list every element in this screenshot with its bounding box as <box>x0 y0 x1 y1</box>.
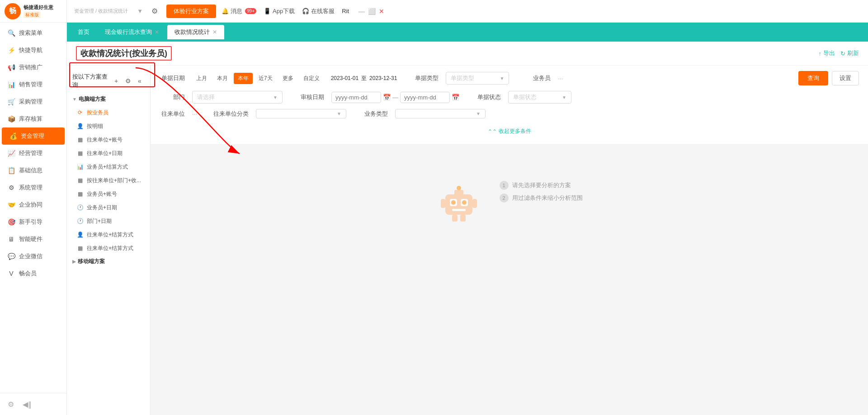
tree-item-staff-account[interactable]: ▦ 业务员+账号 <box>67 187 150 201</box>
topbar-gear-button[interactable]: ⚙ <box>148 5 161 18</box>
calendar-icon-from[interactable]: 📅 <box>383 94 391 101</box>
review-date-from[interactable] <box>331 92 381 103</box>
staff-scheme-icon: ⟳ <box>76 108 84 117</box>
export-button[interactable]: ↑ 导出 <box>819 49 835 57</box>
tree-item-partner-dept[interactable]: ▦ 按往来单位+部门+收... <box>67 174 150 187</box>
tab-home-label: 首页 <box>78 28 90 36</box>
sidebar-item-finance[interactable]: 💰 资金管理 <box>2 127 65 145</box>
svg-rect-0 <box>445 194 472 215</box>
sidebar-item-search[interactable]: 🔍 搜索菜单 <box>0 24 66 42</box>
main-content: 资金管理 / 收款情况统计 ▼ ⚙ 体验行业方案 🔔 消息 99+ 📱 App下… <box>67 0 868 415</box>
sidebar-item-cooperation[interactable]: 🤝 企业协同 <box>0 196 66 213</box>
date-tab-custom[interactable]: 自定义 <box>299 73 324 84</box>
calendar-icon-to[interactable]: 📅 <box>452 94 459 101</box>
sidebar-item-sales[interactable]: 📊 销售管理 <box>0 76 66 93</box>
notifications-button[interactable]: 🔔 消息 99+ <box>222 7 256 15</box>
panel-add-button[interactable]: + <box>111 76 121 86</box>
tab-collection-close[interactable]: ✕ <box>212 29 217 35</box>
tree-item-staff-date[interactable]: 🕐 业务员+日期 <box>67 201 150 214</box>
dept-date-icon: 🕐 <box>76 217 84 225</box>
sidebar-item-system[interactable]: ⚙ 系统管理 <box>0 179 66 196</box>
tree-item-staff-settlement-label: 业务员+结算方式 <box>87 163 128 171</box>
user-name[interactable]: Rit <box>342 8 349 14</box>
tree-item-dept-date[interactable]: 🕐 部门+日期 <box>67 214 150 228</box>
sidebar-item-vip[interactable]: V 畅会员 <box>0 265 66 282</box>
sidebar-item-operations[interactable]: 📈 经营管理 <box>0 145 66 162</box>
section-mobile-label: 移动端方案 <box>78 258 105 265</box>
tree-item-partner-date[interactable]: ▦ 往来单位+日期 <box>67 146 150 160</box>
sidebar-item-basicinfo[interactable]: 📋 基础信息 <box>0 162 66 179</box>
doc-type-value: 单据类型 <box>451 74 474 82</box>
filter-settings-button[interactable]: 设置 <box>832 71 859 85</box>
sidebar-item-wechat-label: 企业微信 <box>19 252 42 260</box>
breadcrumb-dropdown-icon[interactable]: ▼ <box>137 8 143 14</box>
sidebar-item-system-label: 系统管理 <box>19 184 42 192</box>
sidebar-item-marketing[interactable]: 📢 营销推广 <box>0 59 66 76</box>
bell-icon: 🔔 <box>222 8 229 14</box>
tree-item-partner-account[interactable]: ▦ 往来单位+账号 <box>67 133 150 146</box>
sidebar-item-wechat[interactable]: 💬 企业微信 <box>0 248 66 265</box>
doc-type-select[interactable]: 单据类型 ▼ <box>446 72 509 85</box>
staff-account-icon: ▦ <box>76 190 84 198</box>
tree-section-mobile[interactable]: ▶ 移动端方案 <box>67 255 150 268</box>
query-button[interactable]: 查询 <box>798 71 828 85</box>
sidebar-item-guide-label: 新手引导 <box>19 218 42 226</box>
panel-collapse-button[interactable]: « <box>135 76 145 86</box>
date-tab-last-month[interactable]: 上月 <box>192 73 211 84</box>
filter-row-1: 单据日期 上月 本月 本年 近7天 更多 自定义 2023-01-01 至 20… <box>160 71 859 85</box>
online-service-button[interactable]: 🎧 在线客服 <box>302 7 335 15</box>
sidebar-item-guide[interactable]: 🎯 新手引导 <box>0 213 66 231</box>
window-close-button[interactable]: ✕ <box>378 8 385 15</box>
tree-item-staff-settlement[interactable]: 📊 业务员+结算方式 <box>67 160 150 174</box>
trial-button[interactable]: 体验行业方案 <box>166 5 216 18</box>
review-date-label: 审核日期 <box>299 93 324 101</box>
sidebar-item-purchase[interactable]: 🛒 采购管理 <box>0 93 66 110</box>
date-tab-this-month[interactable]: 本月 <box>213 73 232 84</box>
svg-point-11 <box>457 186 461 190</box>
date-tab-last7[interactable]: 近7天 <box>255 73 277 84</box>
sidebar-collapse-button[interactable]: ◀‖ <box>21 398 33 410</box>
sidebar-bottom: ⚙ ◀‖ <box>0 393 66 415</box>
partner-more-button[interactable]: ··· <box>192 110 197 117</box>
operations-icon: 📈 <box>7 149 15 157</box>
collapse-bar[interactable]: ⌃⌃ 收起更多条件 <box>160 124 859 139</box>
right-panel: 单据日期 上月 本月 本年 近7天 更多 自定义 2023-01-01 至 20… <box>151 66 868 415</box>
date-tab-more[interactable]: 更多 <box>278 73 297 84</box>
panel-settings-button[interactable]: ⚙ <box>123 76 133 86</box>
empty-illustration <box>436 181 481 226</box>
marketing-icon: 📢 <box>7 63 15 71</box>
tree-item-partner-settlement1[interactable]: 👤 往来单位+结算方式 <box>67 228 150 241</box>
tree-item-partner-settlement2[interactable]: ▦ 往来单位+结算方式 <box>67 241 150 255</box>
refresh-button[interactable]: ↻ 刷新 <box>840 49 859 57</box>
staff-label: 业务员 <box>525 74 551 82</box>
business-type-select[interactable]: ▼ <box>395 109 486 118</box>
tree-section-desktop[interactable]: ▼ 电脑端方案 <box>67 93 150 106</box>
sidebar-item-quicknav[interactable]: ⚡ 快捷导航 <box>0 42 66 59</box>
tree-item-by-detail-label: 按明细 <box>87 123 103 130</box>
tab-home[interactable]: 首页 <box>71 25 97 39</box>
app-icon: 📱 <box>264 8 271 14</box>
window-minimize-button[interactable]: — <box>358 8 365 15</box>
refresh-icon: ↻ <box>840 50 845 57</box>
sidebar-item-hardware[interactable]: 🖥 智能硬件 <box>0 231 66 248</box>
dept-select[interactable]: 请选择 ▼ <box>192 91 283 104</box>
doc-status-select[interactable]: 单据状态 ▼ <box>508 91 571 104</box>
staff-more-button[interactable]: ··· <box>558 75 563 82</box>
tab-bank-close[interactable]: ✕ <box>155 29 159 35</box>
tab-bank[interactable]: 现金银行流水查询 ✕ <box>98 25 166 39</box>
partner-category-select[interactable]: ▼ <box>256 109 346 118</box>
tree-item-by-staff[interactable]: ⟳ 按业务员 <box>67 106 150 119</box>
sidebar-item-inventory[interactable]: 📦 库存核算 <box>0 110 66 127</box>
app-download-button[interactable]: 📱 App下载 <box>264 7 295 15</box>
tree-item-by-detail[interactable]: 👤 按明细 <box>67 119 150 133</box>
window-maximize-button[interactable]: ⬜ <box>368 8 375 15</box>
doc-type-label: 单据类型 <box>413 74 439 82</box>
doc-type-arrow: ▼ <box>500 76 505 81</box>
partner-date-icon: ▦ <box>76 149 84 157</box>
staff-settlement-icon: 📊 <box>76 163 84 171</box>
sidebar-settings-button[interactable]: ⚙ <box>5 398 17 410</box>
tab-collection[interactable]: 收款情况统计 ✕ <box>167 25 224 39</box>
review-date-to[interactable] <box>400 92 450 103</box>
partner-category-arrow: ▼ <box>337 111 341 116</box>
date-tab-this-year[interactable]: 本年 <box>234 73 253 84</box>
